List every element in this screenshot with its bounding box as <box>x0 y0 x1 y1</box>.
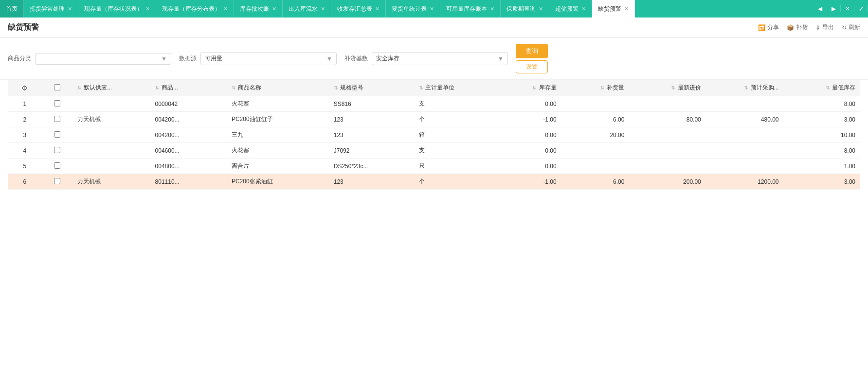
tab-batch[interactable]: 库存批次账 ✕ <box>234 0 283 18</box>
close-icon[interactable]: ✕ <box>145 6 150 12</box>
row-checkbox[interactable] <box>54 178 60 184</box>
close-icon[interactable]: ✕ <box>539 6 543 12</box>
tab-close-btn[interactable]: ✕ <box>841 5 854 12</box>
tab-prev-btn[interactable]: ◀ <box>814 5 827 12</box>
col-minstock-header[interactable]: ⇅ 最低库存 <box>784 80 860 96</box>
tab-shortage[interactable]: 缺货预警 ✕ <box>592 0 635 18</box>
col-replenish-header[interactable]: ⇅ 补货量 <box>561 80 630 96</box>
tab-requisition[interactable]: 要货单统计表 ✕ <box>386 0 440 18</box>
col-settings-header: ⚙ <box>8 80 42 96</box>
row-unit: 支 <box>414 96 493 112</box>
col-code-header[interactable]: ⇅ 商品... <box>150 80 227 96</box>
row-checkbox[interactable] <box>54 162 60 169</box>
col-unit-header[interactable]: ⇅ 主计量单位 <box>414 80 493 96</box>
close-icon[interactable]: ✕ <box>272 6 276 12</box>
row-stock: 0.00 <box>493 96 561 112</box>
table-row[interactable]: 6 力天机械 801110... PC200张紧油缸 123 个 -1.00 6… <box>8 174 860 190</box>
row-minstock: 8.00 <box>784 143 860 158</box>
sort-icon: ⇅ <box>600 85 604 90</box>
col-name-header[interactable]: ⇅ 商品名称 <box>227 80 329 96</box>
tab-home[interactable]: 首页 <box>0 0 24 18</box>
row-checkbox[interactable] <box>54 100 60 106</box>
table-row[interactable]: 2 力天机械 004200... PC200油缸缸子 123 个 -1.00 6… <box>8 112 860 127</box>
col-spec-header[interactable]: ⇅ 规格型号 <box>329 80 414 96</box>
close-icon[interactable]: ✕ <box>581 6 586 12</box>
filter-bar: 商品分类 ▼ 数据源 可用量 ▼ 补货基数 安全库存 ▼ 查询 设置 <box>0 38 868 80</box>
refresh-icon: ↻ <box>842 24 847 31</box>
row-checkbox-cell <box>42 174 72 190</box>
replenish-button[interactable]: 📦 补货 <box>787 23 808 32</box>
close-icon[interactable]: ✕ <box>430 6 434 12</box>
row-name: 火花塞 <box>227 96 329 112</box>
table-row[interactable]: 3 004200... 三九 123 箱 0.00 20.00 10.00 <box>8 127 860 143</box>
row-name: 三九 <box>227 127 329 143</box>
export-button[interactable]: ⇓ 导出 <box>815 23 834 32</box>
row-seq: 1 <box>8 96 42 112</box>
row-stock: -1.00 <box>493 112 561 127</box>
col-forecast-header[interactable]: ⇅ 预计采购... <box>706 80 784 96</box>
tab-picking[interactable]: 拣货异常处理 ✕ <box>24 0 78 18</box>
sort-icon: ⇅ <box>334 85 338 90</box>
row-checkbox-cell <box>42 143 72 158</box>
row-code: 004200... <box>150 127 227 143</box>
row-replenish: 20.00 <box>561 127 630 143</box>
tab-next-btn[interactable]: ▶ <box>827 5 841 12</box>
tab-stock-status[interactable]: 现存量（库存状况表） ✕ <box>78 0 156 18</box>
row-checkbox-cell <box>42 127 72 143</box>
row-code: 801110... <box>150 174 227 190</box>
close-icon[interactable]: ✕ <box>321 6 325 12</box>
col-price-header[interactable]: ⇅ 最新进价 <box>629 80 705 96</box>
chevron-down-icon: ▼ <box>326 55 332 62</box>
row-spec: DS250*23c... <box>329 158 414 174</box>
close-icon[interactable]: ✕ <box>624 6 629 12</box>
row-checkbox-cell <box>42 158 72 174</box>
row-checkbox[interactable] <box>54 147 60 153</box>
row-price <box>629 96 705 112</box>
settings-gear-icon[interactable]: ⚙ <box>21 84 28 92</box>
tab-overstock[interactable]: 超储预警 ✕ <box>549 0 592 18</box>
datasource-select[interactable]: 可用量 ▼ <box>200 52 337 65</box>
sort-icon: ⇅ <box>232 85 235 90</box>
close-icon[interactable]: ✕ <box>375 6 380 12</box>
row-price: 200.00 <box>629 174 705 190</box>
filter-actions: 查询 设置 <box>516 44 548 73</box>
close-icon[interactable]: ✕ <box>490 6 494 12</box>
row-name: PC200张紧油缸 <box>227 174 329 190</box>
row-minstock: 3.00 <box>784 174 860 190</box>
row-checkbox[interactable] <box>54 131 60 138</box>
refresh-button[interactable]: ↻ 刷新 <box>842 23 860 32</box>
page-header: 缺货预警 🔁 分享 📦 补货 ⇓ 导出 ↻ 刷新 <box>0 18 868 38</box>
row-replenish <box>561 143 630 158</box>
close-icon[interactable]: ✕ <box>223 6 228 12</box>
row-supplier: 力天机械 <box>72 112 150 127</box>
tab-stock-dist[interactable]: 现存量（库存分布表） ✕ <box>156 0 234 18</box>
table-row[interactable]: 5 004800... 离合片 DS250*23c... 只 0.00 1.00 <box>8 158 860 174</box>
share-button[interactable]: 🔁 分享 <box>758 23 779 32</box>
row-code: 0000042 <box>150 96 227 112</box>
tab-expiry[interactable]: 保质期查询 ✕ <box>501 0 549 18</box>
tab-available[interactable]: 可用量库存账本 ✕ <box>440 0 501 18</box>
col-supplier-header[interactable]: ⇅ 默认供应... <box>72 80 150 96</box>
row-minstock: 3.00 <box>784 112 860 127</box>
settings-button[interactable]: 设置 <box>516 60 548 73</box>
share-icon: 🔁 <box>758 24 765 31</box>
tab-expand-btn[interactable]: ⤢ <box>854 5 868 12</box>
row-unit: 个 <box>414 174 493 190</box>
query-button[interactable]: 查询 <box>516 44 548 58</box>
close-icon[interactable]: ✕ <box>68 6 72 12</box>
row-forecast <box>706 96 784 112</box>
tab-flow[interactable]: 出入库流水 ✕ <box>283 0 331 18</box>
row-forecast <box>706 158 784 174</box>
col-checkbox-header <box>42 80 72 96</box>
category-select[interactable]: ▼ <box>35 53 171 65</box>
col-stock-header[interactable]: ⇅ 库存量 <box>493 80 561 96</box>
replenish-base-select[interactable]: 安全库存 ▼ <box>372 52 508 65</box>
table-row[interactable]: 4 004600... 火花塞 J7092 支 0.00 8.00 <box>8 143 860 158</box>
row-spec: J7092 <box>329 143 414 158</box>
row-forecast <box>706 127 784 143</box>
table-row[interactable]: 1 0000042 火花塞 SS816 支 0.00 8.00 <box>8 96 860 112</box>
row-checkbox[interactable] <box>54 116 60 122</box>
tab-summary[interactable]: 收发存汇总表 ✕ <box>331 0 386 18</box>
select-all-checkbox[interactable] <box>54 84 60 90</box>
row-code: 004800... <box>150 158 227 174</box>
